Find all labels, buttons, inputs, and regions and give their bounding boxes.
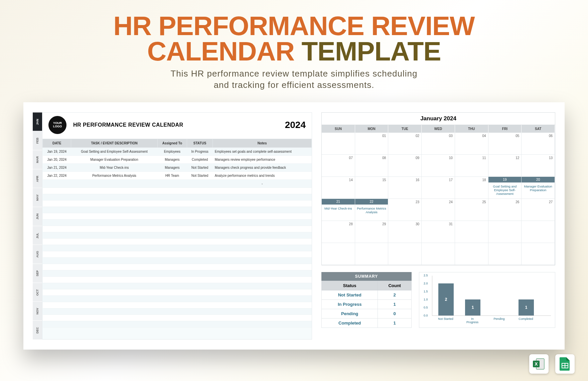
calendar-cell[interactable]: 16 <box>388 177 422 199</box>
calendar-cell[interactable]: 12 <box>488 155 522 177</box>
calendar-cell[interactable]: 07 <box>322 155 355 177</box>
calendar-cell[interactable]: 24 <box>422 199 455 221</box>
calendar-cell[interactable]: 26 <box>488 199 522 221</box>
month-tab-jul[interactable]: JUL <box>33 226 42 245</box>
calendar-cell[interactable] <box>455 221 488 243</box>
calendar-cell[interactable]: 19Goal Setting and Employee Self-Assessm… <box>488 177 522 199</box>
calendar-cell[interactable] <box>522 221 555 243</box>
calendar-cell[interactable]: 09 <box>388 155 422 177</box>
calendar-cell[interactable]: 13 <box>522 155 555 177</box>
calendar-cell[interactable]: 08 <box>355 155 389 177</box>
calendar-cell[interactable] <box>322 133 355 155</box>
table-row[interactable]: Jan 20, 2024Manager Evaluation Preparati… <box>43 155 312 163</box>
hero-line1: HR PERFORMANCE REVIEW <box>23 13 565 39</box>
summary-table: SUMMARY Status Count Not Started2In Prog… <box>321 272 412 328</box>
month-tab-mar[interactable]: MAR <box>33 150 42 169</box>
month-tab-aug[interactable]: AUG <box>33 245 42 264</box>
calendar-cell[interactable]: 21Mid-Year Check-ins <box>322 199 355 221</box>
calendar-cell[interactable]: 29 <box>355 221 389 243</box>
calendar-cell[interactable]: 11 <box>455 155 488 177</box>
month-tab-sep[interactable]: SEP <box>33 264 42 283</box>
calendar-cell[interactable]: 17 <box>422 177 455 199</box>
month-tab-nov[interactable]: NOV <box>33 301 42 321</box>
month-tabs: JANFEBMARAPRMAYJUNJULAUGSEPOCTNOVDEC <box>33 112 42 340</box>
summary-row: Pending0 <box>322 309 412 318</box>
calendar-cell[interactable]: 18 <box>455 177 488 199</box>
month-tab-jun[interactable]: JUN <box>33 207 42 226</box>
calendar-cell[interactable]: 22Performance Metrics Analysis <box>355 199 389 221</box>
calendar-cell[interactable]: 10 <box>422 155 455 177</box>
logo-placeholder: YOUR LOGO <box>48 116 66 134</box>
calendar-cell[interactable]: 25 <box>455 199 488 221</box>
calendar-cell[interactable] <box>522 243 555 265</box>
calendar-cell[interactable] <box>388 243 422 265</box>
month-tab-jan[interactable]: JAN <box>33 112 42 131</box>
calendar-cell[interactable]: 28 <box>322 221 355 243</box>
hero-title: HR PERFORMANCE REVIEW CALENDAR TEMPLATE <box>23 13 565 64</box>
calendar-cell[interactable]: 30 <box>388 221 422 243</box>
status-chart: 0.00.51.01.52.02.5211 Not StartedIn Prog… <box>419 272 555 328</box>
month-tab-may[interactable]: MAY <box>33 188 42 207</box>
calendar-cell[interactable]: 14 <box>322 177 355 199</box>
calendar-cell[interactable] <box>455 243 488 265</box>
table-row[interactable]: Jan 22, 2024Performance Metrics Analysis… <box>43 171 312 179</box>
chart-bar: 1 <box>519 299 534 315</box>
chart-bar: 2 <box>438 283 454 315</box>
calendar-cell[interactable] <box>322 243 355 265</box>
task-sheet: JANFEBMARAPRMAYJUNJULAUGSEPOCTNOVDEC YOU… <box>33 112 312 340</box>
month-tab-feb[interactable]: FEB <box>33 131 42 150</box>
excel-icon: X <box>529 354 549 374</box>
calendar-cell[interactable] <box>355 243 389 265</box>
app-icons: X <box>529 354 575 374</box>
calendar-cell[interactable] <box>488 243 522 265</box>
calendar: January 2024 SUNMONTUEWEDTHUFRISAT010203… <box>321 112 555 265</box>
calendar-cell[interactable]: 31 <box>422 221 455 243</box>
calendar-cell[interactable]: 06 <box>522 133 555 155</box>
chart-bar: 1 <box>465 299 480 315</box>
calendar-cell[interactable]: 23 <box>388 199 422 221</box>
summary-row: In Progress1 <box>322 299 412 309</box>
summary-row: Completed1 <box>322 318 412 328</box>
table-row[interactable]: Jan 21, 2024Mid-Year Check-insManagersNo… <box>43 163 312 171</box>
calendar-cell[interactable]: 04 <box>455 133 488 155</box>
hero-line2: CALENDAR TEMPLATE <box>23 39 565 64</box>
table-row[interactable]: Jan 19, 2024Goal Setting and Employee Se… <box>43 147 312 155</box>
month-tab-oct[interactable]: OCT <box>33 283 42 302</box>
calendar-cell[interactable]: 05 <box>488 133 522 155</box>
svg-text:X: X <box>535 361 538 367</box>
task-table: DATETASK / EVENT DESCRIPTIONAssigned ToS… <box>42 139 312 328</box>
hero-subtitle: This HR performance review template simp… <box>23 68 565 91</box>
calendar-cell[interactable]: 15 <box>355 177 389 199</box>
calendar-cell[interactable] <box>488 221 522 243</box>
calendar-cell[interactable]: 01 <box>355 133 389 155</box>
calendar-cell[interactable]: 20Manager Evaluation Preparation <box>522 177 555 199</box>
google-sheets-icon <box>555 354 575 374</box>
summary-header: SUMMARY <box>321 272 412 281</box>
template-preview-panel: JANFEBMARAPRMAYJUNJULAUGSEPOCTNOVDEC YOU… <box>23 102 565 350</box>
calendar-cell[interactable]: 27 <box>522 199 555 221</box>
summary-row: Not Started2 <box>322 290 412 299</box>
calendar-cell[interactable] <box>422 243 455 265</box>
month-tab-apr[interactable]: APR <box>33 169 42 188</box>
sheet-year: 2024 <box>285 120 306 130</box>
calendar-cell[interactable]: 03 <box>422 133 455 155</box>
calendar-cell[interactable]: 02 <box>388 133 422 155</box>
sheet-title: HR PERFORMANCE REVIEW CALENDAR <box>73 122 183 128</box>
month-tab-dec[interactable]: DEC <box>33 321 42 340</box>
calendar-title: January 2024 <box>322 113 555 125</box>
